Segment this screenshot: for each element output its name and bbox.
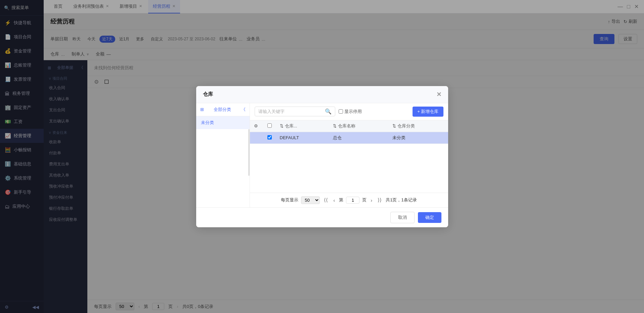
warehouse-table: ⚙ ⇅ 仓库... <box>250 120 448 144</box>
table-row[interactable]: DEFAULT 总仓 未分类 <box>250 132 448 144</box>
prev-page-btn[interactable]: ‹ <box>332 197 336 204</box>
warehouse-search-box: 🔍 <box>255 107 335 116</box>
confirm-button[interactable]: 确定 <box>418 212 441 223</box>
th-warehouse-code: ⇅ 仓库... <box>276 120 329 132</box>
cancel-button[interactable]: 取消 <box>390 212 415 223</box>
row-name: 总仓 <box>329 132 388 144</box>
show-disabled-checkbox[interactable]: 显示停用 <box>339 109 362 115</box>
modal-header: 仓库 ✕ <box>196 86 448 103</box>
page-suffix-text: 页 <box>362 197 367 203</box>
modal-right-panel: 🔍 显示停用 + 新增仓库 <box>250 103 448 207</box>
modal-body: ⊞ 全部分类 《 未分类 🔍 <box>196 103 448 207</box>
modal-footer: 取消 确定 <box>196 207 448 227</box>
all-categories-label: 全部分类 <box>214 107 231 113</box>
left-scroll-area <box>196 129 250 207</box>
modal-left-panel: ⊞ 全部分类 《 未分类 <box>196 103 250 207</box>
modal-overlay: 仓库 ✕ ⊞ 全部分类 《 未分类 <box>0 0 644 313</box>
modal-page-input[interactable] <box>346 197 359 204</box>
all-categories-icon: ⊞ <box>200 107 204 112</box>
modal-per-page-select[interactable]: 50 100 <box>301 196 320 204</box>
modal-close-btn[interactable]: ✕ <box>436 91 441 98</box>
row-settings <box>250 132 263 144</box>
row-code: DEFAULT <box>276 132 329 144</box>
th-settings: ⚙ <box>250 120 263 132</box>
total-records: 共1页，1条记录 <box>386 197 417 203</box>
sort-icon-cat[interactable]: ⇅ <box>392 123 396 128</box>
add-warehouse-btn[interactable]: + 新增仓库 <box>413 107 443 117</box>
warehouse-modal: 仓库 ✕ ⊞ 全部分类 《 未分类 <box>196 86 448 227</box>
search-icon: 🔍 <box>325 108 332 115</box>
left-collapse-icon[interactable]: 《 <box>241 107 246 113</box>
modal-toolbar: 🔍 显示停用 + 新增仓库 <box>250 103 448 120</box>
last-page-btn[interactable]: ⟩⟩ <box>376 196 383 204</box>
left-scrollbar[interactable] <box>248 129 250 176</box>
table-header-row: ⚙ ⇅ 仓库... <box>250 120 448 132</box>
per-page-text: 每页显示 <box>281 197 298 203</box>
row-category: 未分类 <box>388 132 448 144</box>
modal-table-wrap: ⚙ ⇅ 仓库... <box>250 120 448 193</box>
th-warehouse-name: ⇅ 仓库名称 <box>329 120 388 132</box>
show-disabled-check[interactable] <box>339 109 343 114</box>
warehouse-table-body: DEFAULT 总仓 未分类 <box>250 132 448 144</box>
settings-col-btn[interactable]: ⚙ <box>254 123 258 128</box>
page-text: 第 <box>339 197 343 203</box>
sort-icon-name[interactable]: ⇅ <box>333 123 337 128</box>
th-checkbox <box>263 120 276 132</box>
modal-pagination: 每页显示 50 100 ⟨⟨ ‹ 第 页 › ⟩⟩ 共1页，1条记录 <box>250 193 448 207</box>
row-select-checkbox[interactable] <box>267 135 272 140</box>
sort-icon[interactable]: ⇅ <box>280 123 284 128</box>
row-checkbox[interactable] <box>263 132 276 144</box>
all-categories-header[interactable]: ⊞ 全部分类 《 <box>196 103 250 116</box>
uncategorized-item[interactable]: 未分类 <box>196 116 250 129</box>
select-all-checkbox[interactable] <box>267 123 272 128</box>
first-page-btn[interactable]: ⟨⟨ <box>323 196 329 204</box>
next-page-btn[interactable]: › <box>369 197 374 204</box>
th-warehouse-category: ⇅ 仓库分类 <box>388 120 448 132</box>
show-disabled-label: 显示停用 <box>344 109 362 115</box>
warehouse-search-input[interactable] <box>258 109 323 114</box>
modal-title: 仓库 <box>203 91 213 97</box>
